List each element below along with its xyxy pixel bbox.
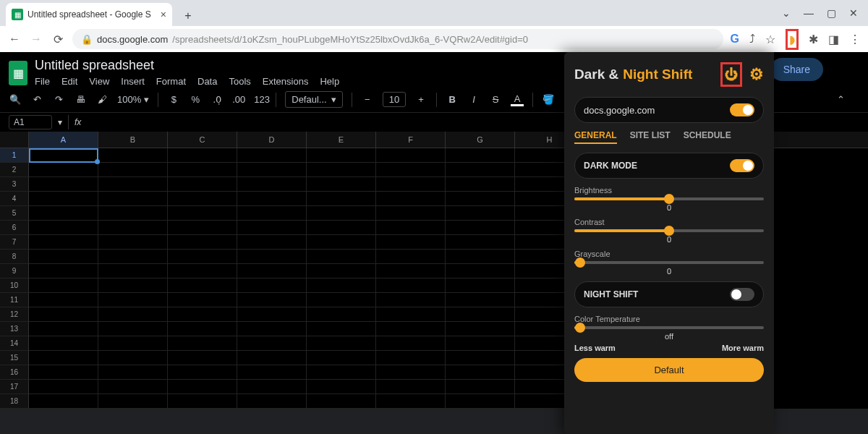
redo-icon[interactable]: ↷ <box>52 94 65 105</box>
new-tab-button[interactable]: + <box>178 6 198 26</box>
row-header[interactable]: 2 <box>0 163 29 177</box>
cell[interactable] <box>29 264 98 278</box>
font-size-input[interactable]: 10 <box>383 92 406 107</box>
row-header[interactable]: 4 <box>0 192 29 206</box>
cell[interactable] <box>376 148 446 163</box>
cell[interactable] <box>29 293 98 307</box>
cell[interactable] <box>237 394 307 409</box>
cell[interactable] <box>446 365 515 380</box>
cell[interactable] <box>307 163 376 177</box>
cell[interactable] <box>98 264 168 278</box>
cell[interactable] <box>168 250 237 264</box>
cell[interactable] <box>446 380 515 394</box>
undo-icon[interactable]: ↶ <box>30 94 43 105</box>
cell[interactable] <box>98 394 168 409</box>
cell[interactable] <box>446 148 515 163</box>
cell[interactable] <box>307 221 376 235</box>
cell[interactable] <box>307 235 376 250</box>
cell[interactable] <box>168 192 237 206</box>
cell[interactable] <box>376 351 446 365</box>
column-header[interactable]: D <box>237 132 307 148</box>
cell[interactable] <box>237 177 307 192</box>
cell[interactable] <box>98 235 168 250</box>
cell[interactable] <box>168 322 237 336</box>
menu-tools[interactable]: Tools <box>229 76 250 87</box>
cell[interactable] <box>307 365 376 380</box>
italic-icon[interactable]: I <box>467 94 480 105</box>
cell[interactable] <box>29 336 98 351</box>
gear-icon[interactable]: ⚙ <box>749 65 764 84</box>
cell[interactable] <box>446 177 515 192</box>
menu-file[interactable]: File <box>35 76 50 87</box>
cell[interactable] <box>98 163 168 177</box>
row-header[interactable]: 8 <box>0 250 29 264</box>
extensions-icon[interactable]: ✱ <box>809 33 818 46</box>
row-header[interactable]: 11 <box>0 293 29 307</box>
cell[interactable] <box>376 163 446 177</box>
cell[interactable] <box>29 322 98 336</box>
cell[interactable] <box>98 278 168 293</box>
contrast-slider[interactable] <box>574 229 764 232</box>
browser-menu-icon[interactable]: ⋮ <box>849 33 861 46</box>
cell[interactable] <box>376 206 446 221</box>
cell[interactable] <box>29 278 98 293</box>
decrease-decimal-icon[interactable]: .0̣ <box>210 94 224 105</box>
cell[interactable] <box>237 380 307 394</box>
cell[interactable] <box>237 206 307 221</box>
cell[interactable] <box>446 250 515 264</box>
cell[interactable] <box>446 264 515 278</box>
night-shift-toggle[interactable] <box>730 288 754 301</box>
grayscale-slider[interactable] <box>574 261 764 264</box>
cell[interactable] <box>307 394 376 409</box>
cell[interactable] <box>237 163 307 177</box>
cell[interactable] <box>237 336 307 351</box>
dark-mode-toggle[interactable] <box>730 159 754 172</box>
cell[interactable] <box>98 192 168 206</box>
cell[interactable] <box>29 206 98 221</box>
bookmark-icon[interactable]: ☆ <box>765 33 775 46</box>
power-icon[interactable]: ⏻ <box>725 67 738 82</box>
cell-reference-input[interactable]: A1 <box>9 115 52 129</box>
menu-edit[interactable]: Edit <box>61 76 77 87</box>
collapse-toolbar-icon[interactable]: ⌃ <box>837 94 845 105</box>
print-icon[interactable]: 🖶 <box>74 94 87 105</box>
cell[interactable] <box>98 336 168 351</box>
bold-icon[interactable]: B <box>446 94 459 105</box>
cell[interactable] <box>446 322 515 336</box>
url-input[interactable]: 🔒 docs.google.com/spreadsheets/d/1oKZsm_… <box>72 29 723 49</box>
cell[interactable] <box>168 336 237 351</box>
percent-icon[interactable]: % <box>189 94 202 105</box>
cell[interactable] <box>29 380 98 394</box>
cell[interactable] <box>98 293 168 307</box>
ext-tab-site-list[interactable]: SITE LIST <box>630 130 671 144</box>
maximize-icon[interactable]: ▢ <box>827 7 836 19</box>
domain-toggle[interactable] <box>730 103 754 116</box>
search-icon[interactable]: 🔍 <box>9 94 22 105</box>
row-header[interactable]: 18 <box>0 394 29 409</box>
cell[interactable] <box>29 394 98 409</box>
column-header[interactable]: G <box>446 132 515 148</box>
cell[interactable] <box>446 235 515 250</box>
row-header[interactable]: 13 <box>0 322 29 336</box>
cell[interactable] <box>376 293 446 307</box>
cell[interactable] <box>237 278 307 293</box>
cell[interactable] <box>307 351 376 365</box>
cell[interactable] <box>376 235 446 250</box>
cell[interactable] <box>98 351 168 365</box>
cell[interactable] <box>29 250 98 264</box>
forward-icon[interactable]: → <box>29 32 43 46</box>
cell[interactable] <box>446 278 515 293</box>
reload-icon[interactable]: ⟳ <box>51 32 65 46</box>
cell[interactable] <box>307 380 376 394</box>
cell[interactable] <box>446 307 515 322</box>
menu-extensions[interactable]: Extensions <box>263 76 309 87</box>
cell[interactable] <box>98 221 168 235</box>
cell[interactable] <box>376 307 446 322</box>
cell[interactable] <box>376 250 446 264</box>
google-icon[interactable]: G <box>731 33 739 46</box>
menu-help[interactable]: Help <box>320 76 339 87</box>
cell[interactable] <box>307 206 376 221</box>
row-header[interactable]: 3 <box>0 177 29 192</box>
share-button[interactable]: Share <box>770 58 823 81</box>
cell[interactable] <box>376 365 446 380</box>
